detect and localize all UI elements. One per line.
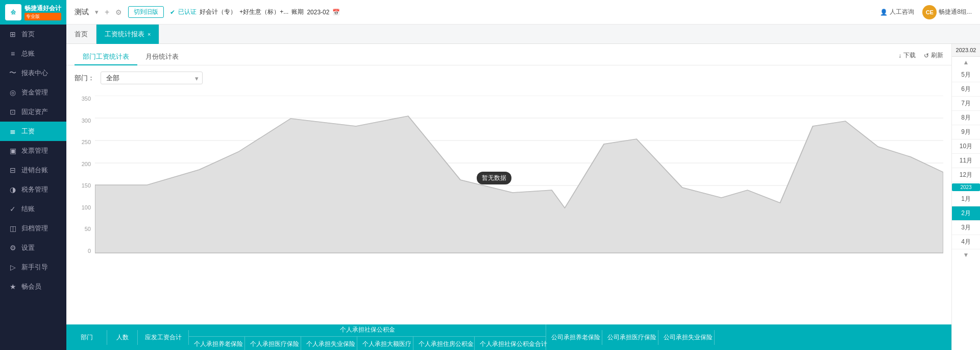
sidebar-item-invoice[interactable]: ▣ 发票管理 xyxy=(0,141,66,160)
sidebar-label-salary: 工资 xyxy=(21,127,35,136)
col-total-salary-label: 应发工资合计 xyxy=(145,334,182,341)
tab-home[interactable]: 首页 xyxy=(66,25,96,44)
status-good: 好会计（专） xyxy=(200,8,236,16)
panel-nav-up[interactable]: ▲ xyxy=(952,57,980,68)
settings-icon: ⚙ xyxy=(8,244,17,252)
user-initials: CE xyxy=(926,9,934,15)
user-area[interactable]: CE 畅捷通8组... xyxy=(922,5,972,19)
sidebar-item-reports[interactable]: 〜 报表中心 xyxy=(0,63,66,83)
sidebar-label-tax: 税务管理 xyxy=(21,185,48,194)
refresh-button[interactable]: ↺ 刷新 xyxy=(924,51,943,60)
sidebar-item-settings[interactable]: ⚙ 设置 xyxy=(0,238,66,258)
dept-select-wrapper: 全部 财务部 人事部 技术部 销售部 xyxy=(101,72,203,84)
y-label-300: 300 xyxy=(82,118,91,124)
y-label-200: 200 xyxy=(82,161,91,167)
settle-icon: ✓ xyxy=(8,205,17,213)
panel-month-10-label: 10月 xyxy=(960,143,972,150)
panel-month-4-label: 4月 xyxy=(961,238,971,245)
group-cols-personal: 个人承担养老保险 个人承担医疗保险 个人承担失业保险 个人承担大额医疗 xyxy=(189,337,546,351)
col-personal-pension-label: 个人承担养老保险 xyxy=(194,340,243,347)
panel-month-1[interactable]: 1月 xyxy=(952,192,980,206)
topbar-status: ✔ 已认证 好会计（专） +好生意（标）+... 账期 2023-02 📅 xyxy=(170,8,340,16)
member-icon: ★ xyxy=(8,283,17,291)
tab-close-icon[interactable]: × xyxy=(148,31,151,37)
panel-month-3[interactable]: 3月 xyxy=(952,221,980,235)
topbar-add-icon[interactable]: + xyxy=(105,8,109,17)
col-company-medical-label: 公司承担医疗保险 xyxy=(607,334,656,341)
panel-month-12-label: 12月 xyxy=(960,171,972,178)
status-certified: 已认证 xyxy=(178,8,197,16)
sidebar-item-ledger[interactable]: ≡ 总账 xyxy=(0,44,66,63)
tabbar: 首页 工资统计报表 × xyxy=(66,25,980,44)
panel-month-2[interactable]: 2月 xyxy=(952,206,980,221)
filter-bar: 部门： 全部 财务部 人事部 技术部 销售部 xyxy=(66,65,951,90)
panel-month-6[interactable]: 6月 xyxy=(952,82,980,97)
download-button[interactable]: ↓ 下载 xyxy=(898,51,916,60)
help-button[interactable]: 👤 人工咨询 xyxy=(880,8,914,16)
panel-month-9-label: 9月 xyxy=(961,128,971,135)
panel-month-8[interactable]: 8月 xyxy=(952,111,980,125)
chart-container: 350 300 250 200 150 100 50 0 xyxy=(75,96,943,269)
logo-text-block: 畅捷通好会计 专业版 xyxy=(24,4,61,20)
panel-month-5[interactable]: 5月 xyxy=(952,68,980,82)
col-personal-serious-illness-label: 个人承担大额医疗 xyxy=(362,340,411,347)
col-headcount: 人数 xyxy=(107,330,138,345)
sidebar-item-tax[interactable]: ◑ 税务管理 xyxy=(0,180,66,199)
user-avatar: CE xyxy=(922,5,937,19)
chart-svg-wrapper: 暂无数据 xyxy=(95,96,943,254)
sidebar-item-home[interactable]: ⊞ 首页 xyxy=(0,25,66,44)
y-label-350: 350 xyxy=(82,96,91,102)
sidebar-item-guide[interactable]: ▷ 新手引导 xyxy=(0,258,66,277)
sidebar-item-assets[interactable]: ⊡ 固定资产 xyxy=(0,102,66,122)
logo-title: 畅捷通好会计 xyxy=(24,4,61,13)
panel-nav-down[interactable]: ▼ xyxy=(952,249,980,261)
y-label-150: 150 xyxy=(82,182,91,189)
archive-icon: ◫ xyxy=(8,224,17,232)
topbar-title: 测试 xyxy=(75,8,89,17)
chart-area: 350 300 250 200 150 100 50 0 xyxy=(66,90,951,324)
switch-view-button[interactable]: 切到旧版 xyxy=(128,6,164,18)
dept-select[interactable]: 全部 财务部 人事部 技术部 销售部 xyxy=(101,72,203,84)
status-biz: +好生意（标）+... xyxy=(239,8,288,16)
panel-month-1-label: 1月 xyxy=(961,195,971,202)
content-main: 部门工资统计表 月份统计表 ↓ 下载 ↺ 刷新 xyxy=(66,44,951,350)
sales-icon: ⊟ xyxy=(8,166,17,174)
panel-month-11[interactable]: 11月 xyxy=(952,154,980,168)
logo-subtitle: 专业版 xyxy=(24,13,61,20)
sidebar-logo: 会 畅捷通好会计 专业版 xyxy=(0,0,66,25)
panel-month-9[interactable]: 9月 xyxy=(952,125,980,139)
y-label-0: 0 xyxy=(88,248,91,254)
col-company-unemployment: 公司承担失业保险 xyxy=(658,330,715,345)
panel-month-7[interactable]: 7月 xyxy=(952,97,980,111)
sidebar-item-funds[interactable]: ◎ 资金管理 xyxy=(0,83,66,102)
sidebar-item-member[interactable]: ★ 畅会员 xyxy=(0,277,66,296)
sidebar-item-salary[interactable]: ≣ 工资 xyxy=(0,122,66,141)
chart-svg xyxy=(95,96,943,254)
panel-month-5-label: 5月 xyxy=(961,71,971,78)
topbar-right: 👤 人工咨询 CE 畅捷通8组... xyxy=(880,5,972,19)
sidebar-item-settle[interactable]: ✓ 结账 xyxy=(0,199,66,219)
topbar-dropdown-arrow[interactable]: ▾ xyxy=(95,8,99,16)
funds-icon: ◎ xyxy=(8,88,17,97)
panel-month-4[interactable]: 4月 xyxy=(952,235,980,249)
subtab-dept-label: 部门工资统计表 xyxy=(83,53,129,60)
col-dept-label: 部门 xyxy=(81,334,93,341)
topbar-gear-icon[interactable]: ⚙ xyxy=(115,8,122,16)
subtab-dept[interactable]: 部门工资统计表 xyxy=(75,49,137,65)
period-value: 2023-02 xyxy=(307,9,329,16)
sidebar: 会 畅捷通好会计 专业版 ⊞ 首页 ≡ 总账 〜 报表中心 ◎ 资金管理 ⊡ 固… xyxy=(0,0,66,350)
panel-month-12[interactable]: 12月 xyxy=(952,168,980,182)
sidebar-item-archive[interactable]: ◫ 归档管理 xyxy=(0,219,66,238)
col-company-pension-label: 公司承担养老保险 xyxy=(551,334,600,341)
col-company-medical: 公司承担医疗保险 xyxy=(602,330,658,345)
period-label: 账期 xyxy=(291,8,304,16)
subtab-month[interactable]: 月份统计表 xyxy=(137,49,187,65)
filter-label: 部门： xyxy=(75,74,94,83)
panel-month-10[interactable]: 10月 xyxy=(952,139,980,154)
y-axis: 350 300 250 200 150 100 50 0 xyxy=(75,96,95,254)
content-with-panel: 部门工资统计表 月份统计表 ↓ 下载 ↺ 刷新 xyxy=(66,44,980,350)
tab-salary-report[interactable]: 工资统计报表 × xyxy=(96,25,159,44)
sidebar-item-sales[interactable]: ⊟ 进销台账 xyxy=(0,160,66,180)
calendar-icon[interactable]: 📅 xyxy=(332,9,340,16)
tab-salary-label: 工资统计报表 xyxy=(105,30,144,39)
